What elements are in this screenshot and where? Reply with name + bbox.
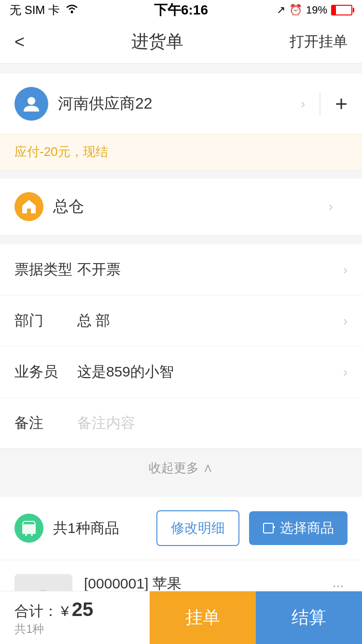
status-left: 无 SIM 卡 (10, 2, 79, 18)
wifi-icon (65, 3, 79, 17)
footer-count: 共1种 (14, 621, 135, 637)
remark-label: 备注 (14, 413, 77, 433)
products-header: 共1种商品 修改明细 选择商品 (0, 497, 362, 560)
remark-row[interactable]: 备注 备注内容 (0, 398, 362, 448)
salesperson-value: 这是859的小智 (77, 362, 343, 382)
divider (320, 92, 320, 116)
footer-total: 合计： ¥ 25 (14, 599, 135, 621)
salesperson-chevron-icon: › (343, 364, 348, 380)
department-chevron-icon: › (343, 313, 348, 329)
status-time: 下午6:16 (154, 1, 208, 19)
back-button[interactable]: < (14, 32, 25, 52)
battery-icon (331, 5, 352, 15)
settle-label: 结算 (292, 606, 326, 630)
footer: 合计： ¥ 25 共1种 挂单 结算 (0, 591, 362, 644)
salesperson-row[interactable]: 业务员 这是859的小智 › (0, 347, 362, 398)
content: 河南供应商22 › + 应付-20元，现结 总仓 › 票据类型 不开票 › 部门… (0, 73, 362, 644)
select-product-icon (263, 521, 276, 535)
supplier-chevron-icon: › (301, 96, 305, 112)
form-card: 票据类型 不开票 › 部门 总 部 › 业务员 这是859的小智 › 备注 备注… (0, 244, 362, 448)
select-product-label: 选择商品 (280, 519, 334, 537)
carrier-text: 无 SIM 卡 (10, 2, 60, 18)
product-code: [0000001] (84, 575, 148, 591)
invoice-chevron-icon: › (343, 262, 348, 278)
warehouse-row[interactable]: 总仓 › (0, 179, 362, 235)
supplier-card: 河南供应商22 › + 应付-20元，现结 (0, 73, 362, 169)
settle-button[interactable]: 结算 (256, 591, 362, 644)
total-amount: 25 (72, 599, 94, 620)
warehouse-chevron-icon: › (329, 199, 333, 214)
person-icon (22, 94, 41, 113)
supplier-avatar (14, 87, 48, 121)
products-count: 共1种商品 (53, 518, 147, 538)
alarm-icon: ⏰ (289, 4, 302, 16)
department-row[interactable]: 部门 总 部 › (0, 295, 362, 347)
page-title: 进货单 (131, 30, 183, 54)
open-pending-button[interactable]: 打开挂单 (290, 32, 348, 52)
battery-percent: 19% (306, 4, 327, 16)
supplier-name: 河南供应商22 (58, 93, 301, 114)
collapse-bar[interactable]: 收起更多 ∧ (0, 448, 362, 487)
svg-point-0 (71, 11, 73, 14)
department-label: 部门 (14, 311, 77, 331)
nav-bar: < 进货单 打开挂单 (0, 20, 362, 64)
home-icon (20, 198, 38, 215)
product-title: 苹果 (153, 575, 181, 591)
invoice-type-row[interactable]: 票据类型 不开票 › (0, 244, 362, 295)
svg-rect-2 (22, 524, 36, 534)
supplier-alert: 应付-20元，现结 (0, 134, 362, 169)
salesperson-label: 业务员 (14, 362, 77, 382)
remark-value: 备注内容 (77, 413, 348, 433)
warehouse-icon (14, 192, 43, 221)
cart-icon (20, 519, 38, 537)
svg-point-4 (31, 534, 33, 536)
svg-point-3 (25, 534, 27, 536)
status-bar: 无 SIM 卡 下午6:16 ↗ ⏰ 19% (0, 0, 362, 20)
select-product-button[interactable]: 选择商品 (249, 511, 348, 545)
pending-button[interactable]: 挂单 (150, 591, 256, 644)
invoice-type-label: 票据类型 (14, 260, 77, 280)
warehouse-name: 总仓 (53, 196, 329, 217)
pending-label: 挂单 (185, 606, 220, 630)
location-icon: ↗ (277, 4, 285, 16)
total-label: 合计： (14, 602, 58, 621)
invoice-type-value: 不开票 (77, 260, 343, 280)
edit-detail-button[interactable]: 修改明细 (156, 510, 239, 546)
products-icon (14, 514, 43, 543)
svg-rect-5 (264, 523, 273, 533)
supplier-row[interactable]: 河南供应商22 › + (0, 73, 362, 134)
department-value: 总 部 (77, 311, 343, 331)
add-supplier-button[interactable]: + (335, 93, 348, 114)
footer-info: 合计： ¥ 25 共1种 (0, 591, 150, 644)
svg-point-1 (28, 97, 35, 105)
status-right: ↗ ⏰ 19% (277, 4, 352, 16)
total-symbol: ¥ (61, 603, 69, 619)
